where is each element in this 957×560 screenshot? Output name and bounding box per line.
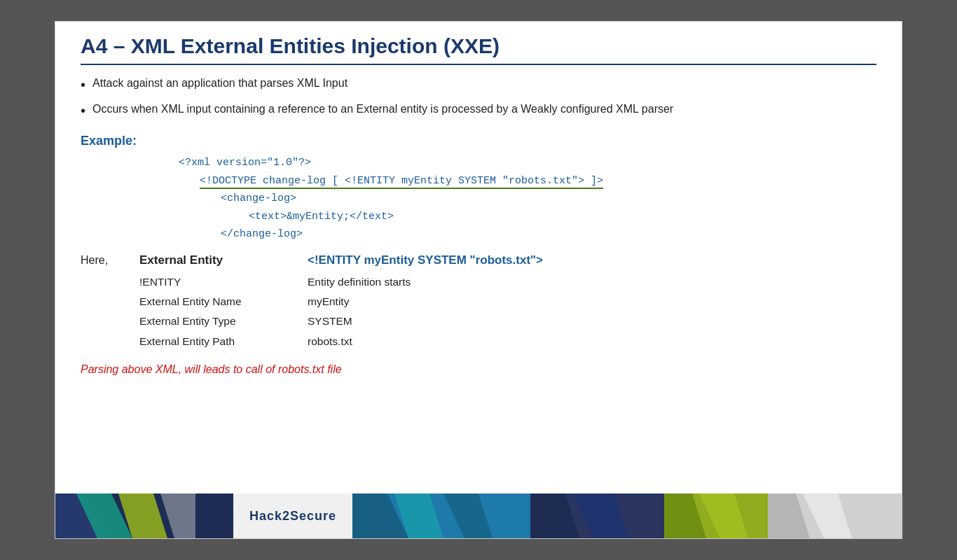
row-label-2: External Entity Type (139, 312, 308, 330)
bullet-item-2: Occurs when XML input containing a refer… (81, 101, 876, 121)
slide-title: A4 – XML External Entities Injection (XX… (81, 34, 876, 65)
row-label-0: !ENTITY (139, 273, 308, 291)
footer-triangles-5 (664, 493, 748, 538)
footer-seg-3 (352, 493, 530, 538)
footer-triangles-1 (55, 493, 195, 538)
slide: A4 – XML External Entities Injection (XX… (55, 21, 902, 539)
warning-text: Parsing above XML, will leads to call of… (81, 363, 876, 376)
table-row-1: External Entity Name myEntity (139, 293, 876, 311)
example-label: Example: (81, 134, 876, 148)
footer-triangles-3 (352, 493, 493, 538)
slide-content: A4 – XML External Entities Injection (XX… (55, 22, 902, 493)
footer-seg-6 (768, 493, 902, 538)
table-row-0: !ENTITY Entity definition starts (139, 273, 876, 291)
entity-section: Here, External Entity <!ENTITY myEntity … (81, 253, 876, 359)
code-line-2: <!DOCTYPE change-log [ <!ENTITY myEntity… (123, 172, 876, 190)
slide-footer: Hack2Secure (55, 493, 902, 538)
code-line-1: <?xml version="1.0"?> (123, 154, 876, 172)
table-row-3: External Entity Path robots.txt (139, 332, 876, 351)
bullet-item-1: Attack against an application that parse… (81, 75, 876, 95)
entity-value: <!ENTITY myEntity SYSTEM "robots.txt"> (308, 253, 543, 267)
footer-seg-5 (664, 493, 768, 538)
doctype-line: <!DOCTYPE change-log [ <!ENTITY myEntity… (200, 175, 603, 189)
footer-triangles-6 (768, 493, 866, 538)
row-value-1: myEntity (308, 293, 349, 311)
entity-table: !ENTITY Entity definition starts Externa… (139, 273, 876, 351)
bullet-list: Attack against an application that parse… (81, 75, 876, 127)
code-line-5: </change-log> (123, 225, 876, 244)
code-block: <?xml version="1.0"?> <!DOCTYPE change-l… (81, 154, 876, 244)
footer-seg-4 (530, 493, 664, 538)
footer-triangles-4 (530, 493, 642, 538)
row-label-1: External Entity Name (139, 293, 308, 311)
footer-seg-1 (55, 493, 233, 538)
entity-here-row: Here, External Entity <!ENTITY myEntity … (81, 253, 876, 267)
brand-text: Hack2Secure (249, 509, 336, 524)
table-row-2: External Entity Type SYSTEM (139, 312, 876, 330)
footer-brand: Hack2Secure (233, 493, 352, 538)
code-line-3: <change-log> (123, 190, 876, 208)
row-value-3: robots.txt (308, 332, 352, 351)
here-label: Here, (81, 254, 123, 267)
row-label-3: External Entity Path (139, 332, 308, 351)
row-value-0: Entity definition starts (308, 273, 411, 291)
row-value-2: SYSTEM (308, 312, 352, 330)
entity-term: External Entity (139, 253, 308, 267)
code-line-4: <text>&myEntity;</text> (123, 208, 876, 226)
